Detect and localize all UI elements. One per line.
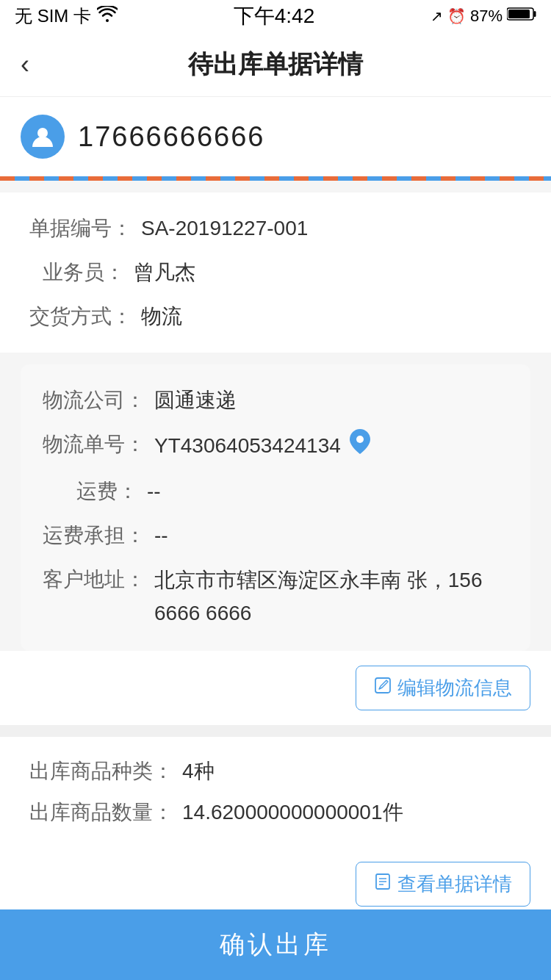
edit-logistics-label: 编辑物流信息 [397,675,512,701]
svg-rect-2 [508,10,530,18]
status-right: ↗ ⏰ 87% [431,7,536,26]
logistics-tracking-label: 物流单号： [43,429,145,460]
carrier-text: 无 SIM 卡 [15,4,91,28]
goods-quantity-value: 14.620000000000001件 [182,799,403,826]
goods-section: 出库商品种类： 4种 出库商品数量： 14.620000000000001件 [0,737,551,847]
svg-rect-5 [375,678,390,693]
view-detail-button[interactable]: 查看单据详情 [356,862,530,907]
freight-bearer-row: 运费承担： -- [43,520,508,551]
confirm-btn-area[interactable]: 确认出库 [0,909,551,980]
customer-header: 17666666666 [0,97,551,176]
goods-type-row: 出库商品种类： 4种 [29,757,522,785]
time-display: 下午4:42 [234,2,315,30]
order-info-section: 单据编号： SA-20191227-001 业务员： 曾凡杰 交货方式： 物流 [0,192,551,353]
svg-point-4 [356,436,364,443]
location-pin-icon[interactable] [350,429,370,463]
edit-logistics-button[interactable]: 编辑物流信息 [356,666,530,710]
nav-bar: ‹ 待出库单据详情 [0,32,551,97]
order-no-value: SA-20191227-001 [141,213,522,244]
delivery-row: 交货方式： 物流 [29,301,522,332]
salesman-value: 曾凡杰 [134,257,522,288]
freight-bearer-label: 运费承担： [43,520,145,551]
order-no-row: 单据编号： SA-20191227-001 [29,213,522,244]
page-title: 待出库单据详情 [188,48,363,82]
status-left: 无 SIM 卡 [15,4,118,28]
avatar [21,115,65,159]
freight-bearer-value: -- [154,520,508,551]
view-detail-label: 查看单据详情 [397,871,512,897]
order-no-label: 单据编号： [29,213,132,244]
document-icon [374,873,392,896]
freight-value: -- [147,476,508,507]
address-value: 北京市市辖区海淀区永丰南 张，156 6666 6666 [154,564,508,630]
dashed-divider [0,176,551,181]
back-button[interactable]: ‹ [21,49,29,80]
freight-label: 运费： [43,476,138,507]
logistics-tracking-value: YT43064053424134 [154,429,508,463]
location-arrow-icon: ↗ [431,7,443,25]
section-separator [0,725,551,737]
address-row: 客户地址： 北京市市辖区海淀区永丰南 张，156 6666 6666 [43,564,508,630]
battery-text: 87% [470,7,503,26]
logistics-company-row: 物流公司： 圆通速递 [43,385,508,416]
edit-icon [374,677,392,699]
logistics-card: 物流公司： 圆通速递 物流单号： YT43064053424134 运费： --… [21,364,530,651]
svg-rect-1 [534,11,536,17]
salesman-row: 业务员： 曾凡杰 [29,257,522,288]
logistics-tracking-row: 物流单号： YT43064053424134 [43,429,508,463]
freight-row: 运费： -- [43,476,508,507]
battery-icon [507,7,536,26]
delivery-label: 交货方式： [29,301,132,332]
address-label: 客户地址： [43,564,145,595]
goods-type-label: 出库商品种类： [29,757,173,785]
logistics-company-value: 圆通速递 [154,385,508,416]
goods-type-value: 4种 [182,757,215,785]
logistics-company-label: 物流公司： [43,385,145,416]
status-bar: 无 SIM 卡 下午4:42 ↗ ⏰ 87% [0,0,551,32]
customer-phone: 17666666666 [78,121,264,153]
delivery-value: 物流 [141,301,522,332]
edit-logistics-area: 编辑物流信息 [0,651,551,725]
confirm-btn-text: 确认出库 [220,928,331,962]
clock-icon: ⏰ [447,7,466,25]
salesman-label: 业务员： [29,257,125,288]
goods-quantity-row: 出库商品数量： 14.620000000000001件 [29,799,522,826]
goods-quantity-label: 出库商品数量： [29,799,173,826]
svg-point-3 [37,128,48,138]
wifi-icon [97,6,118,26]
